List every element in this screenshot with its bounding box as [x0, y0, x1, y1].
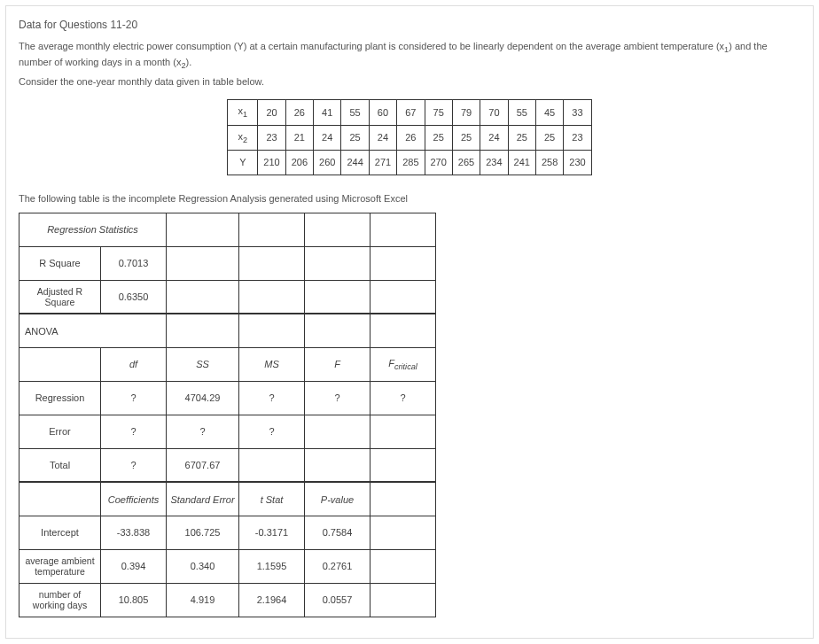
- cell: -0.3171: [239, 516, 305, 549]
- cell: ?: [239, 415, 305, 448]
- cell: 20: [258, 100, 285, 125]
- cell: 270: [425, 150, 452, 175]
- cell: 23: [564, 125, 591, 150]
- cell: 10.805: [101, 583, 167, 617]
- pval-header: P-value: [305, 482, 370, 516]
- intercept-label: Intercept: [20, 516, 101, 549]
- cell: [167, 246, 239, 280]
- table-row: number of working days 10.805 4.919 2.19…: [20, 583, 436, 617]
- cell: [305, 314, 370, 347]
- cell: 0.7584: [305, 516, 370, 549]
- document-page: Data for Questions 11-20 The average mon…: [5, 5, 814, 639]
- x1-label: average ambient temperature: [20, 549, 101, 583]
- data-table-container: x1 20 26 41 55 60 67 75 79 70 55 45 33 x…: [19, 99, 800, 175]
- cell: 285: [397, 150, 425, 175]
- cell: [370, 415, 436, 448]
- table-row: Regression ? 4704.29 ? ? ?: [20, 381, 436, 415]
- cell: 6707.67: [167, 448, 239, 482]
- cell: 244: [341, 150, 369, 175]
- cell: 258: [535, 150, 563, 175]
- table-row: ANOVA: [20, 314, 436, 347]
- cell: [370, 549, 436, 583]
- total-row-label: Total: [20, 448, 101, 482]
- cell: [370, 516, 436, 549]
- tstat-header: t Stat: [239, 482, 305, 516]
- cell: 23: [258, 125, 285, 150]
- cell: [239, 314, 305, 347]
- cell: [305, 280, 370, 314]
- cell: 230: [564, 150, 591, 175]
- cell: 265: [452, 150, 480, 175]
- cell: [370, 213, 436, 246]
- table-row: R Square 0.7013: [20, 246, 436, 280]
- cell: 60: [369, 100, 396, 125]
- adj-r-square-value: 0.6350: [101, 280, 167, 314]
- cell: 206: [285, 150, 313, 175]
- cell: 2.1964: [239, 583, 305, 617]
- cell: 70: [480, 100, 508, 125]
- cell: [167, 314, 239, 347]
- df-header: df: [101, 347, 167, 381]
- description-line-2: Consider the one-year monthly data given…: [19, 75, 800, 89]
- desc-text: ).: [186, 57, 192, 67]
- x2-label: number of working days: [20, 583, 101, 617]
- cell: [20, 482, 101, 516]
- cell: 260: [314, 150, 341, 175]
- cell: ?: [101, 381, 167, 415]
- cell: [370, 583, 436, 617]
- cell: ?: [239, 381, 305, 415]
- cell: 210: [258, 150, 285, 175]
- cell: 24: [314, 125, 341, 150]
- anova-header: ANOVA: [20, 314, 167, 347]
- regression-row-label: Regression: [20, 381, 101, 415]
- label-sub: 1: [243, 111, 247, 120]
- cell: 24: [369, 125, 396, 150]
- table-row: Total ? 6707.67: [20, 448, 436, 482]
- regression-intro: The following table is the incomplete Re…: [19, 193, 800, 204]
- cell: 79: [452, 100, 480, 125]
- cell: 45: [535, 100, 563, 125]
- f-header: F: [305, 347, 370, 381]
- ss-header: SS: [167, 347, 239, 381]
- cell: 0.394: [101, 549, 167, 583]
- coef-header: Coefficients: [101, 482, 167, 516]
- adj-r-square-label: Adjusted R Square: [20, 280, 101, 314]
- cell: 55: [341, 100, 369, 125]
- row-label-x1: x1: [228, 100, 258, 125]
- cell: [239, 280, 305, 314]
- cell: 106.725: [167, 516, 239, 549]
- cell: [20, 347, 101, 381]
- cell: [167, 213, 239, 246]
- table-row: Intercept -33.838 106.725 -0.3171 0.7584: [20, 516, 436, 549]
- cell: [305, 415, 370, 448]
- fcrit-text: F: [388, 358, 394, 369]
- cell: [239, 448, 305, 482]
- cell: 55: [508, 100, 535, 125]
- section-title: Data for Questions 11-20: [19, 19, 800, 31]
- cell: 26: [397, 125, 425, 150]
- description-line-1: The average monthly electric power consu…: [19, 40, 800, 72]
- cell: [305, 246, 370, 280]
- se-header: Standard Error: [167, 482, 239, 516]
- cell: [370, 246, 436, 280]
- table-row: Error ? ? ?: [20, 415, 436, 448]
- table-row: Adjusted R Square 0.6350: [20, 280, 436, 314]
- cell: ?: [305, 381, 370, 415]
- cell: 234: [480, 150, 508, 175]
- error-row-label: Error: [20, 415, 101, 448]
- regression-stats-header: Regression Statistics: [20, 213, 167, 246]
- table-row: Y 210 206 260 244 271 285 270 265 234 24…: [228, 150, 591, 175]
- cell: 1.1595: [239, 549, 305, 583]
- cell: ?: [167, 415, 239, 448]
- cell: [370, 314, 436, 347]
- cell: 67: [397, 100, 425, 125]
- cell: [305, 213, 370, 246]
- cell: [370, 482, 436, 516]
- cell: 25: [341, 125, 369, 150]
- cell: [167, 280, 239, 314]
- cell: 26: [285, 100, 313, 125]
- cell: 0.340: [167, 549, 239, 583]
- cell: 25: [535, 125, 563, 150]
- cell: -33.838: [101, 516, 167, 549]
- cell: [370, 448, 436, 482]
